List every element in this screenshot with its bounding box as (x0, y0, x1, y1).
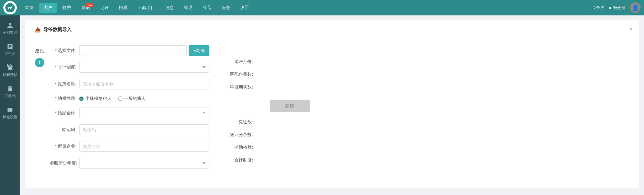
nav-item-invoice[interactable]: 票据 new (77, 3, 95, 13)
file-row: * 选择文件: +浏览 (50, 45, 209, 56)
nav-item-customer[interactable]: 客户 (39, 3, 57, 13)
nav-right: ⛶ 全屏 ▶ 畅会员 👤 (591, 2, 641, 13)
form-right: 建账月份: 匹配科目数: 科目期初数: 建账 (223, 45, 357, 175)
sidebar-label-declaration: 0申报 (5, 51, 15, 56)
subject-init-row: 科目期初数: (223, 84, 357, 90)
form-left: 建账 1 * 选择文件: +浏览 (35, 45, 209, 175)
voucher-count-label: 凭证数: (223, 119, 253, 125)
assign-accountant-select[interactable] (79, 108, 209, 118)
migrate-icon (7, 64, 13, 71)
aux-account-row: 辅助核算: (223, 144, 357, 150)
file-input[interactable] (79, 45, 187, 56)
sidebar-item-recycle[interactable]: 回收站 (0, 82, 20, 102)
sidebar: 全部客户 0申报 账套迁移 回收站 标签设置 (0, 15, 20, 195)
voucher-count-row: 凭证数: (223, 119, 357, 125)
accounting-select[interactable] (79, 62, 209, 73)
form-icon (7, 43, 13, 50)
tax-small-label: 小规模纳税人 (85, 95, 111, 102)
trash-icon (7, 85, 13, 92)
avatar-icon: 👤 (632, 5, 639, 11)
tax-radio-group: 小规模纳税人 一般纳税人 (79, 95, 146, 102)
app-logo (3, 1, 17, 14)
nav-item-collection[interactable]: 收费 (58, 3, 76, 13)
tax-type-label: * 纳税性质: (50, 95, 77, 102)
memo-code-input[interactable] (79, 124, 209, 135)
nav-item-message[interactable]: 消息 (160, 3, 179, 13)
nav-item-settings[interactable]: 设置 (236, 3, 254, 13)
voucher-entry-row: 凭证分录数: (223, 132, 357, 138)
assign-accountant-row: * 指派会计: (50, 108, 209, 118)
import-icon: 📥 (35, 27, 41, 32)
accounting-label: * 会计制度: (50, 64, 77, 70)
tax-type-row: * 纳税性质: 小规模纳税人 一般纳税人 (50, 95, 209, 102)
sidebar-item-tag-settings[interactable]: 标签设置 (0, 103, 20, 123)
form-fields: * 选择文件: +浏览 * 会计制度: (50, 45, 209, 175)
accounting-row: * 会计制度: (50, 62, 209, 73)
nav-item-home[interactable]: 首页 (20, 3, 38, 13)
sidebar-item-declaration[interactable]: 0申报 (0, 40, 20, 60)
new-badge: new (86, 3, 93, 7)
panel-title: 导爷数据导入 (43, 27, 71, 33)
build-account-button[interactable]: 建账 (270, 100, 310, 112)
svg-point-1 (9, 7, 11, 9)
fullscreen-icon: ⛶ (591, 5, 595, 10)
assign-accountant-label: * 指派会计: (50, 110, 77, 116)
match-subject-row: 匹配科目数: (223, 71, 357, 77)
company-row: * 所属企业: (50, 141, 209, 152)
tag-icon (7, 107, 13, 113)
sidebar-label-recycle: 回收站 (5, 93, 16, 99)
close-button[interactable]: × (629, 25, 633, 32)
accounting-system-label: 会计制度: (223, 157, 253, 163)
top-nav: 首页 客户 收费 票据 new 记账 报税 工商项目 消息 管理 经营 服务 设… (0, 0, 644, 15)
sidebar-item-all-customers[interactable]: 全部客户 (0, 19, 20, 39)
nav-item-bizproject[interactable]: 工商项目 (133, 3, 160, 13)
fullscreen-button[interactable]: ⛶ 全屏 (591, 5, 604, 11)
step1-circle: 1 (35, 58, 44, 67)
memo-code-row: 助记码: (50, 124, 209, 135)
vip-icon: ▶ (609, 5, 612, 10)
accounting-system-row: 会计制度: (223, 157, 357, 163)
main-layout: 全部客户 0申报 账套迁移 回收站 标签设置 (0, 15, 644, 195)
sidebar-label-tag-settings: 标签设置 (3, 115, 17, 120)
build-month-label: 建账月份: (223, 59, 253, 65)
person-icon (7, 22, 13, 29)
history-year-label: 参照历史年度: (50, 160, 77, 166)
step1-label: 建账 (35, 48, 44, 54)
avatar[interactable]: 👤 (630, 2, 641, 13)
main-content: 📥 导爷数据导入 × 建账 1 (20, 15, 644, 195)
aux-account-label: 辅助核算: (223, 144, 253, 150)
history-year-row: 参照历史年度: (50, 158, 209, 169)
company-label: * 所属企业: (50, 143, 77, 149)
tax-radio-general[interactable]: 一般纳税人 (118, 95, 146, 102)
nav-item-account[interactable]: 记账 (95, 3, 113, 13)
nav-item-operation[interactable]: 经营 (198, 3, 216, 13)
sidebar-label-account-migration: 账套迁移 (3, 72, 17, 77)
ledger-name-label: * 账簿名称: (50, 81, 77, 87)
step1-section: 建账 1 * 选择文件: +浏览 (35, 45, 209, 175)
nav-items: 首页 客户 收费 票据 new 记账 报税 工商项目 消息 管理 经营 服务 设… (20, 3, 591, 13)
subject-init-label: 科目期初数: (223, 84, 253, 90)
history-year-select[interactable] (79, 158, 209, 169)
form-panel: 📥 导爷数据导入 × 建账 1 (25, 20, 639, 188)
nav-item-manage[interactable]: 管理 (179, 3, 197, 13)
tax-radio-small[interactable]: 小规模纳税人 (79, 95, 111, 102)
ledger-name-input[interactable] (79, 79, 209, 89)
browse-button[interactable]: +浏览 (189, 45, 209, 56)
vip-button[interactable]: ▶ 畅会员 (609, 5, 625, 11)
memo-code-label: 助记码: (50, 127, 77, 133)
sidebar-label-all-customers: 全部客户 (3, 30, 17, 35)
voucher-entry-label: 凭证分录数: (223, 132, 253, 138)
form-body: 建账 1 * 选择文件: +浏览 (35, 45, 629, 175)
nav-item-service[interactable]: 服务 (217, 3, 235, 13)
match-subject-label: 匹配科目数: (223, 71, 253, 77)
ledger-name-row: * 账簿名称: (50, 79, 209, 89)
file-input-wrap: +浏览 (79, 45, 209, 56)
company-input[interactable] (79, 141, 209, 152)
file-label: * 选择文件: (50, 48, 77, 54)
build-month-row: 建账月份: (223, 59, 357, 65)
panel-header: 📥 导爷数据导入 (35, 27, 629, 37)
tax-general-label: 一般纳税人 (124, 95, 146, 102)
sidebar-item-account-migration[interactable]: 账套迁移 (0, 61, 20, 81)
nav-item-tax[interactable]: 报税 (114, 3, 132, 13)
